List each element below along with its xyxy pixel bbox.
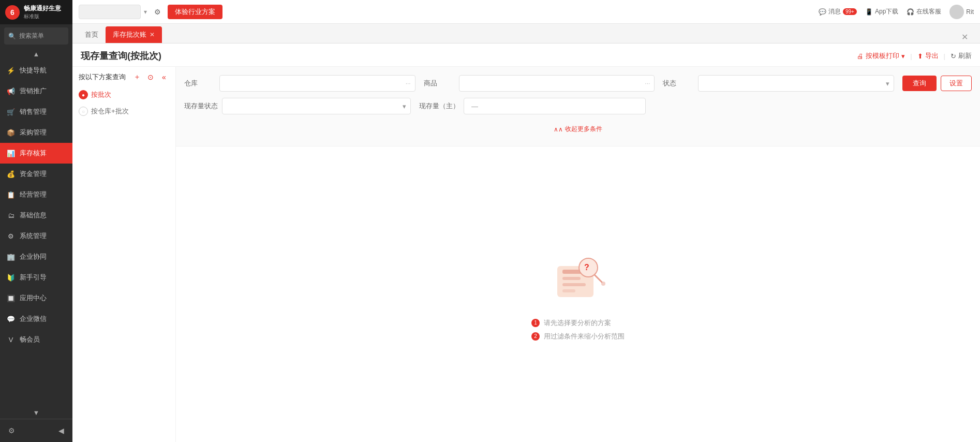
svg-point-8: [601, 282, 605, 286]
status-dropdown-icon: ▾: [886, 80, 889, 87]
topbar: ▾ ⚙ 体验行业方案 💬 消息 99+ 📱 App下载 🎧 在线客服 Rit: [72, 0, 980, 24]
scheme-by-warehouse-batch[interactable]: ○ 按仓库+批次: [72, 103, 175, 120]
filter-row-1: 仓库 ··· 商品 ···: [184, 75, 972, 92]
sidebar-item-label: 营销推广: [20, 86, 47, 96]
sidebar-scroll-up[interactable]: ▲: [0, 48, 72, 60]
settings-btn[interactable]: 设置: [941, 76, 972, 91]
filter-warehouse: 仓库 ···: [184, 75, 415, 92]
content-area: 现存量查询(按批次) 🖨 按模板打印 ▾ | ⬆ 导出 | ↻ 刷新: [72, 43, 980, 442]
guide-icon: 🔰: [6, 273, 16, 282]
company-name: 畅康通好生意: [24, 4, 61, 13]
sidebar-item-apps[interactable]: 🔲 应用中心: [0, 288, 72, 308]
empty-state: ? 1 请先选择要分析的方案 2 用过滤条件来缩小分析范围: [176, 146, 980, 442]
status-label: 状态: [663, 79, 694, 88]
collapse-panel-btn[interactable]: «: [159, 72, 169, 82]
empty-tips: 1 请先选择要分析的方案 2 用过滤条件来缩小分析范围: [531, 318, 625, 341]
user-action[interactable]: Rit: [949, 5, 974, 19]
stock-status-select[interactable]: ▾: [222, 98, 411, 114]
print-dropdown-icon: ▾: [901, 52, 905, 60]
search-label: 搜索菜单: [19, 32, 44, 40]
warehouse-input[interactable]: ···: [219, 75, 415, 92]
right-panel: 仓库 ··· 商品 ···: [176, 67, 980, 442]
settings-scheme-btn[interactable]: ⊙: [145, 72, 156, 82]
experience-btn[interactable]: 体验行业方案: [168, 5, 222, 19]
sidebar-item-vip[interactable]: V 畅会员: [0, 329, 72, 350]
system-icon: ⚙: [6, 231, 16, 241]
sidebar-item-purchase[interactable]: 📦 采购管理: [0, 122, 72, 143]
scheme-inactive-icon: ○: [79, 107, 88, 116]
status-select[interactable]: ▾: [698, 75, 894, 92]
sidebar-item-inventory[interactable]: 📊 库存核算: [0, 143, 72, 164]
messages-action[interactable]: 💬 消息 99+: [819, 7, 857, 16]
tab-batch-account[interactable]: 库存批次账 ✕: [106, 26, 162, 43]
sidebar-item-label: 库存核算: [20, 149, 47, 158]
export-btn[interactable]: ⬆ 导出: [917, 51, 939, 61]
avatar: [949, 5, 964, 19]
close-panel-btn[interactable]: ✕: [958, 31, 971, 43]
service-icon: 🎧: [907, 8, 914, 16]
sidebar-footer: ⚙ ◀: [0, 419, 72, 442]
tab-close-icon[interactable]: ✕: [150, 31, 155, 38]
sidebar-item-label: 企业协同: [20, 252, 47, 261]
empty-illustration: ?: [547, 248, 609, 310]
refresh-btn[interactable]: ↻ 刷新: [951, 51, 972, 61]
sidebar-search[interactable]: 🔍 搜索菜单: [4, 27, 68, 45]
sidebar-item-sales[interactable]: 🛒 销售管理: [0, 101, 72, 122]
stock-qty-range[interactable]: —: [464, 98, 646, 114]
scheme-by-warehouse-batch-label: 按仓库+批次: [91, 107, 129, 116]
tab-home[interactable]: 首页: [78, 26, 106, 43]
sidebar-item-quick-nav[interactable]: ⚡ 快捷导航: [0, 60, 72, 81]
sidebar-item-basic[interactable]: 🗂 基础信息: [0, 205, 72, 226]
sidebar-settings-icon[interactable]: ⚙: [4, 423, 19, 438]
goods-input[interactable]: ···: [459, 75, 655, 92]
tip-text-2: 用过滤条件来缩小分析范围: [544, 332, 625, 341]
enterprise-icon: 🏢: [6, 252, 16, 261]
online-service-action[interactable]: 🎧 在线客服: [907, 7, 941, 16]
svg-text:?: ?: [584, 263, 589, 272]
sidebar-item-wechat[interactable]: 💬 企业微信: [0, 308, 72, 329]
collapse-label: 收起更多条件: [565, 125, 602, 134]
refresh-icon: ↻: [951, 52, 956, 60]
sidebar-collapse-icon[interactable]: ◀: [54, 423, 68, 438]
filter-stock-quantity: 现存量（主） —: [419, 98, 646, 114]
add-scheme-btn[interactable]: ＋: [132, 72, 142, 82]
goods-more-icon[interactable]: ···: [645, 80, 650, 87]
scheme-active-icon: ●: [79, 90, 88, 99]
messages-badge: 99+: [843, 8, 857, 15]
topbar-search-input[interactable]: [79, 5, 141, 19]
sidebar-item-label: 采购管理: [20, 128, 47, 137]
empty-tip-2: 2 用过滤条件来缩小分析范围: [531, 332, 625, 341]
sidebar-scroll-down[interactable]: ▼: [0, 406, 72, 419]
sidebar-item-system[interactable]: ⚙ 系统管理: [0, 226, 72, 246]
scheme-by-batch-label: 按批次: [91, 90, 111, 99]
stock-status-label: 现存量状态: [184, 101, 218, 111]
tab-home-label: 首页: [85, 30, 98, 39]
range-dash: —: [471, 102, 478, 110]
topbar-right: 💬 消息 99+ 📱 App下载 🎧 在线客服 Rit: [819, 5, 974, 19]
collapse-up-icon: ∧∧: [554, 126, 563, 133]
print-btn[interactable]: 🖨 按模板打印 ▾: [857, 51, 905, 61]
tip-text-1: 请先选择要分析的方案: [544, 318, 611, 328]
warehouse-more-icon[interactable]: ···: [406, 80, 411, 87]
scheme-by-batch[interactable]: ● 按批次: [72, 86, 175, 103]
empty-tip-1: 1 请先选择要分析的方案: [531, 318, 625, 328]
stock-status-dropdown-icon: ▾: [403, 102, 406, 110]
sidebar-item-marketing[interactable]: 📢 营销推广: [0, 81, 72, 101]
service-label: 在线客服: [916, 7, 941, 16]
collapse-row[interactable]: ∧∧ 收起更多条件: [184, 121, 972, 138]
refresh-label: 刷新: [958, 51, 972, 61]
sidebar-item-guide[interactable]: 🔰 新手引导: [0, 267, 72, 288]
sidebar-item-label: 快捷导航: [20, 66, 47, 75]
sidebar-item-finance[interactable]: 💰 资金管理: [0, 164, 72, 184]
sidebar: 6 畅康通好生意 标准版 🔍 搜索菜单 ▲ ⚡ 快捷导航 📢 营销推广 🛒 销售…: [0, 0, 72, 442]
left-panel-header: 按以下方案查询 ＋ ⊙ «: [72, 72, 175, 86]
topbar-dropdown-icon[interactable]: ▾: [144, 8, 147, 16]
query-btn[interactable]: 查询: [902, 76, 937, 91]
app-download-action[interactable]: 📱 App下载: [865, 7, 898, 16]
export-icon: ⬆: [917, 52, 923, 60]
topbar-gear-icon[interactable]: ⚙: [150, 5, 165, 19]
sidebar-item-enterprise[interactable]: 🏢 企业协同: [0, 246, 72, 267]
wechat-icon: 💬: [6, 314, 16, 323]
sidebar-item-operation[interactable]: 📋 经营管理: [0, 184, 72, 205]
topbar-left: ▾ ⚙ 体验行业方案: [79, 5, 813, 19]
